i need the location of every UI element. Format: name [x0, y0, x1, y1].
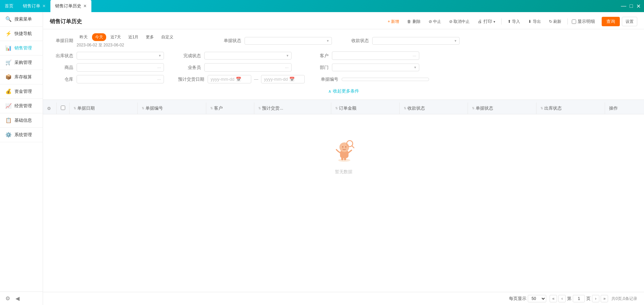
window-close-icon[interactable]: ✕ [636, 3, 641, 9]
tab-sales-order[interactable]: 销售订单 ✕ [18, 0, 50, 12]
delete-button[interactable]: 🗑 删除 [405, 17, 422, 26]
date-btn-7days[interactable]: 近7天 [108, 33, 124, 41]
last-page-button[interactable]: » [601, 295, 608, 302]
table-body: 暂无数据 [43, 114, 644, 195]
sort-expected-delivery-icon: ⇅ [258, 107, 261, 110]
top-bar-controls: — □ ✕ [621, 3, 644, 9]
operations-icon: 📈 [5, 103, 12, 109]
tab-home[interactable]: 首页 [0, 0, 18, 12]
outbound-status-select[interactable]: ▾ [77, 52, 164, 60]
toolbar: + 新增 🗑 删除 ⊘ 中止 ⊘ 取消中止 🖨 打印 ▾ ⬆ 导入 ⬇ 导出 ↻… [386, 17, 637, 26]
new-button[interactable]: + 新增 [386, 17, 401, 26]
sidebar-item-search-menu-label: 搜索菜单 [14, 16, 32, 22]
sort-order-amount[interactable]: ⇅ 订单金额 [335, 105, 395, 111]
toolbar-divider [501, 18, 502, 25]
date-btn-today[interactable]: 今天 [92, 33, 106, 41]
column-outbound-status: ⇅ 出库状态 [536, 103, 605, 114]
sidebar-item-quick-nav-label: 快捷导航 [14, 31, 32, 37]
sidebar-item-quick-nav[interactable]: ⚡ 快捷导航 [0, 27, 43, 41]
filter-row-4: 仓库 ··· 预计交货日期 yyyy-mm-dd 📅 — yyyy-mm-dd … [50, 75, 637, 83]
salesperson-input[interactable]: ··· [204, 63, 292, 72]
stop-button[interactable]: ⊘ 中止 [427, 17, 443, 26]
warehouse-input[interactable]: ··· [77, 75, 164, 83]
order-status-label: 单据状态 [218, 38, 245, 44]
customer-dots-icon: ··· [413, 53, 416, 58]
sidebar-settings-icon[interactable]: ⚙ [5, 295, 10, 302]
refresh-button[interactable]: ↻ 刷新 [547, 17, 563, 26]
tab-sales-order-history[interactable]: 销售订单历史 ✕ [50, 0, 91, 12]
prev-page-button[interactable]: ‹ [558, 295, 566, 302]
sort-outbound-icon: ⇅ [541, 107, 543, 110]
first-page-button[interactable]: « [550, 295, 557, 302]
empty-row: 暂无数据 [43, 114, 644, 195]
sidebar-item-basic-info-label: 基础信息 [14, 117, 32, 123]
order-no-input[interactable] [342, 78, 429, 81]
dept-select[interactable]: ▾ [332, 64, 419, 71]
sort-outbound-status[interactable]: ⇅ 出库状态 [541, 105, 601, 111]
sidebar-item-basic-info[interactable]: 📋 基础信息 [0, 113, 43, 128]
select-all-checkbox[interactable] [61, 106, 65, 110]
sidebar-collapse-icon[interactable]: ◀ [15, 295, 19, 302]
delivery-date-from[interactable]: yyyy-mm-dd 📅 [208, 75, 251, 83]
table-wrapper: ⚙ ⇅ 单据日期 ⇅ [43, 103, 644, 292]
cancel-stop-button[interactable]: ⊘ 取消中止 [447, 17, 472, 26]
sidebar-item-sys-mgmt[interactable]: ⚙️ 系统管理 [0, 128, 43, 142]
print-button[interactable]: 🖨 打印 ▾ [476, 17, 497, 26]
sort-customer[interactable]: ⇅ 客户 [210, 105, 250, 111]
date-btn-custom[interactable]: 自定义 [158, 33, 176, 41]
next-page-button[interactable]: › [592, 295, 599, 302]
minimize-icon[interactable]: — [621, 3, 626, 9]
sort-doc-no[interactable]: ⇅ 单据编号 [142, 105, 202, 111]
date-btn-more[interactable]: 更多 [143, 33, 157, 41]
page-number-input[interactable] [573, 295, 585, 302]
date-btn-1month[interactable]: 近1月 [125, 33, 142, 41]
sidebar-bottom: ⚙ ◀ [0, 292, 43, 305]
sort-receipt-status[interactable]: ⇅ 收款状态 [404, 105, 464, 111]
sidebar-item-search-menu[interactable]: 🔍 搜索菜单 [0, 12, 43, 27]
completion-status-select[interactable]: ▾ [204, 52, 292, 60]
delivery-date-to[interactable]: yyyy-mm-dd 📅 [261, 75, 305, 83]
date-label: 单据日期 [50, 38, 77, 44]
column-settings-icon[interactable]: ⚙ [47, 106, 51, 111]
page-title: 销售订单历史 [50, 18, 82, 25]
receipt-status-select[interactable]: ▾ [372, 37, 460, 45]
column-doc-date: ⇅ 单据日期 [69, 103, 138, 114]
sidebar-item-inventory[interactable]: 📦 库存核算 [0, 70, 43, 84]
goods-input[interactable]: ··· [77, 63, 164, 72]
filter-row-3: 商品 ··· 业务员 ··· 部门 ▾ [50, 63, 637, 72]
sort-receipt-icon: ⇅ [404, 107, 406, 110]
import-button[interactable]: ⬆ 导入 [506, 17, 522, 26]
tab-sales-order-close[interactable]: ✕ [42, 4, 46, 8]
calendar-to-icon: 📅 [289, 77, 295, 82]
sidebar-item-sales-mgmt[interactable]: 📊 销售管理 [0, 41, 43, 55]
display-detail-toggle[interactable]: 显示明细 [572, 18, 595, 25]
pagination: « ‹ 第 页 › » [550, 295, 608, 302]
sort-doc-date[interactable]: ⇅ 单据日期 [74, 105, 134, 111]
calendar-from-icon: 📅 [236, 77, 241, 82]
display-detail-checkbox[interactable] [572, 20, 576, 24]
order-status-select[interactable]: ▾ [245, 37, 332, 45]
customer-input[interactable]: ··· [332, 51, 419, 60]
per-page-select[interactable]: 50 10 20 100 [528, 295, 546, 302]
collapse-row[interactable]: ∧ 收起更多条件 [50, 87, 637, 96]
sidebar-item-operations-label: 经营管理 [14, 103, 32, 109]
export-button[interactable]: ⬇ 导出 [526, 17, 543, 26]
search-menu-icon: 🔍 [5, 16, 12, 22]
sort-doc-status[interactable]: ⇅ 单据状态 [472, 105, 532, 111]
filter-row-2: 出库状态 ▾ 完成状态 ▾ 客户 ··· [50, 51, 637, 60]
print-arrow-icon: ▾ [493, 20, 495, 24]
purchase-mgmt-icon: 🛒 [5, 60, 12, 66]
date-btn-yesterday[interactable]: 昨天 [77, 33, 91, 41]
settings-button[interactable]: 设置 [622, 17, 637, 26]
tab-sales-order-history-close[interactable]: ✕ [83, 4, 87, 8]
sidebar-item-finance[interactable]: 💰 资金管理 [0, 84, 43, 99]
sidebar-item-operations[interactable]: 📈 经营管理 [0, 99, 43, 113]
query-button[interactable]: 查询 [602, 17, 620, 26]
svg-line-4 [352, 146, 354, 148]
total-info: 共0页,0条记录 [611, 296, 637, 302]
sort-expected-delivery[interactable]: ⇅ 预计交货... [258, 105, 327, 111]
sidebar-item-purchase-mgmt[interactable]: 🛒 采购管理 [0, 55, 43, 70]
receipt-status-arrow-icon: ▾ [455, 39, 457, 43]
main-layout: 🔍 搜索菜单 ⚡ 快捷导航 📊 销售管理 🛒 采购管理 📦 库存核算 💰 资金管… [0, 12, 644, 305]
maximize-icon[interactable]: □ [630, 3, 633, 9]
